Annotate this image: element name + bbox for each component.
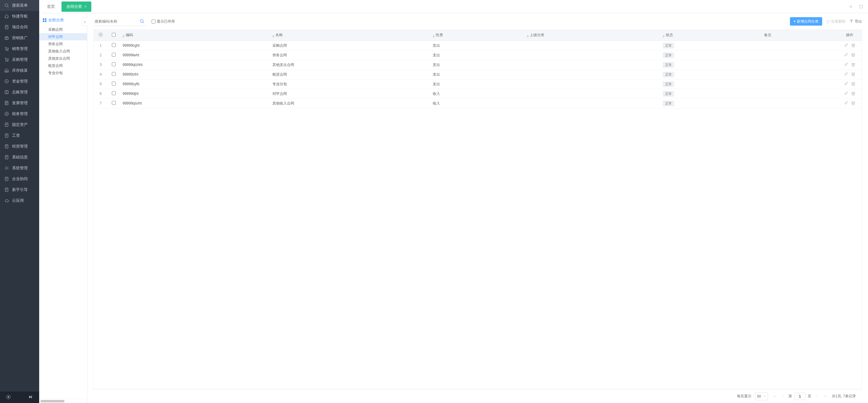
sidebar-item-18[interactable]: 云应用	[0, 195, 39, 206]
sidebar-item-10[interactable]: 税务管理	[0, 108, 39, 119]
row-checkbox[interactable]	[112, 43, 116, 47]
sidebar-item-6[interactable]: 库存核算	[0, 65, 39, 76]
row-checkbox[interactable]	[112, 91, 116, 95]
export-button[interactable]: 导出	[849, 19, 862, 24]
status-badge: 正常	[663, 62, 674, 68]
sidebar-item-0[interactable]: 搜索菜单	[0, 0, 39, 11]
row-checkbox[interactable]	[112, 72, 116, 76]
page-size-select[interactable]: 50	[755, 393, 768, 400]
sidebar-item-8[interactable]: 总账管理	[0, 87, 39, 98]
cart-icon	[4, 57, 9, 62]
search-icon	[4, 3, 9, 8]
delete-icon[interactable]	[851, 101, 855, 106]
page-number-input[interactable]	[795, 393, 805, 400]
tree-all-categories[interactable]: 全部分类	[39, 13, 87, 26]
tree-title: 全部分类	[48, 18, 64, 23]
sidebar-item-1[interactable]: 快捷导航	[0, 11, 39, 22]
tree-item-2[interactable]: 劳务合同	[39, 40, 87, 47]
col-code[interactable]: 编码	[120, 30, 270, 41]
house-icon	[4, 68, 9, 73]
sidebar-item-9[interactable]: 发票管理	[0, 98, 39, 108]
tree-item-3[interactable]: 其他收入合同	[39, 47, 87, 55]
status-badge: 正常	[663, 72, 674, 77]
chevron-down-icon	[763, 395, 766, 398]
search-icon[interactable]	[140, 19, 144, 24]
tree-item-5[interactable]: 租赁合同	[39, 62, 87, 69]
col-remark[interactable]: 备注	[761, 30, 838, 41]
first-page-button[interactable]	[772, 393, 778, 399]
last-page-button[interactable]	[822, 393, 828, 399]
gift-icon	[4, 36, 9, 40]
tab-0[interactable]: 首页	[42, 1, 60, 12]
sidebar-item-14[interactable]: 基础信息	[0, 152, 39, 163]
svg-rect-11	[6, 71, 7, 72]
delete-icon[interactable]	[851, 62, 855, 67]
next-page-button[interactable]	[814, 393, 820, 399]
sidebar-item-17[interactable]: 新手引导	[0, 184, 39, 195]
svg-point-8	[7, 50, 8, 51]
svg-point-9	[6, 61, 6, 62]
tree-item-4[interactable]: 其他支出合同	[39, 55, 87, 62]
tree-item-0[interactable]: 采购合同	[39, 26, 87, 33]
cloud-icon	[4, 198, 9, 203]
sidebar-item-3[interactable]: 营销推广	[0, 33, 39, 43]
col-status[interactable]: 状态	[660, 30, 761, 41]
edit-icon[interactable]	[844, 101, 848, 106]
sidebar: 搜索菜单快捷导航项目合同营销推广销售管理采购管理库存核算¥资金管理总账管理发票管…	[0, 0, 39, 403]
delete-icon[interactable]	[851, 91, 855, 96]
pagination-footer: 每页显示 50 第 页 共1页, 7条记录	[93, 389, 862, 403]
sidebar-item-16[interactable]: 企业协同	[0, 173, 39, 184]
sidebar-item-15[interactable]: 系统管理	[0, 163, 39, 173]
edit-icon[interactable]	[844, 72, 848, 77]
delete-icon[interactable]	[851, 53, 855, 58]
sidebar-item-11[interactable]: 固定资产	[0, 119, 39, 130]
close-all-tabs-icon[interactable]	[847, 3, 855, 10]
edit-icon[interactable]	[844, 81, 848, 87]
row-checkbox[interactable]	[112, 101, 116, 105]
close-icon[interactable]: ×	[84, 4, 87, 9]
collapse-icon[interactable]	[28, 395, 33, 400]
show-disabled-checkbox[interactable]: 显示已停用	[152, 19, 175, 24]
sidebar-item-2[interactable]: 项目合同	[0, 22, 39, 33]
fullscreen-icon[interactable]	[857, 3, 865, 10]
edit-icon[interactable]	[844, 91, 848, 96]
svg-rect-46	[45, 19, 46, 20]
delete-icon[interactable]	[851, 81, 855, 87]
edit-icon[interactable]	[844, 53, 848, 58]
select-all-checkbox[interactable]	[112, 33, 116, 37]
row-checkbox[interactable]	[112, 62, 116, 66]
tree-item-6[interactable]: 专业分包	[39, 69, 87, 76]
sidebar-item-5[interactable]: 采购管理	[0, 54, 39, 65]
prev-page-button[interactable]	[780, 393, 786, 399]
status-badge: 正常	[663, 101, 674, 106]
edit-icon[interactable]	[844, 43, 848, 48]
tax-icon	[4, 111, 9, 116]
sidebar-item-13[interactable]: 经营管理	[0, 141, 39, 152]
cart-icon	[4, 46, 9, 51]
toolbar: 显示已停用 +新增合同分类 批量删除 导出	[93, 17, 862, 26]
gear-icon[interactable]	[98, 33, 103, 38]
row-checkbox[interactable]	[112, 81, 116, 86]
col-nature[interactable]: 性质	[430, 30, 524, 41]
tab-1[interactable]: 合同分类×	[61, 1, 91, 12]
edit-icon[interactable]	[844, 62, 848, 67]
delete-icon[interactable]	[851, 43, 855, 48]
row-checkbox[interactable]	[112, 53, 116, 57]
col-name[interactable]: 名称	[270, 30, 430, 41]
category-tree-panel: 全部分类 « 采购合同对甲合同劳务合同其他收入合同其他支出合同租赁合同专业分包	[39, 13, 87, 403]
svg-point-49	[141, 20, 143, 22]
sidebar-item-12[interactable]: 工资	[0, 130, 39, 141]
delete-icon[interactable]	[851, 72, 855, 77]
sidebar-item-7[interactable]: ¥资金管理	[0, 76, 39, 87]
svg-point-7	[6, 50, 6, 51]
tree-item-1[interactable]: 对甲合同	[39, 33, 87, 40]
sidebar-item-4[interactable]: 销售管理	[0, 43, 39, 54]
search-input[interactable]	[93, 17, 146, 26]
settings-icon[interactable]	[6, 395, 11, 400]
tree-horizontal-scrollbar[interactable]	[39, 399, 87, 403]
svg-point-0	[5, 4, 8, 7]
col-parent[interactable]: 上级分类	[524, 30, 660, 41]
table-row: 4 99999zlht 租赁合同 支出 正常	[94, 70, 862, 79]
add-category-button[interactable]: +新增合同分类	[790, 17, 822, 26]
tree-collapse-button[interactable]: «	[82, 18, 87, 26]
